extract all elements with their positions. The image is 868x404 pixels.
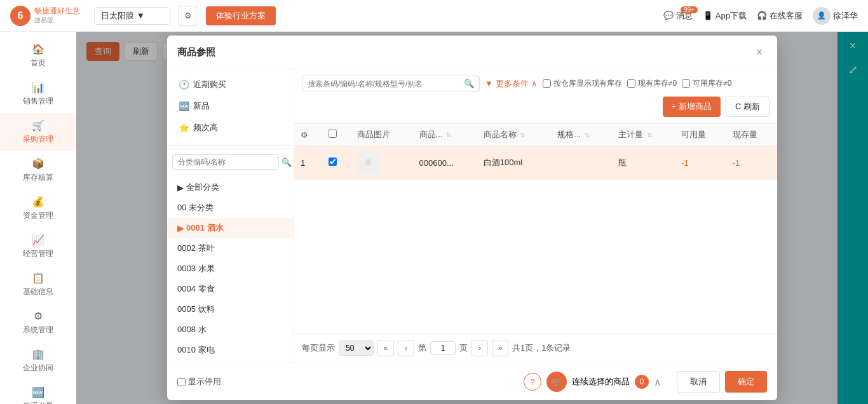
new-tab-label: 新品 bbox=[193, 100, 210, 112]
cat-arrow-0001: ▶ bbox=[177, 224, 184, 233]
category-search-input[interactable] bbox=[172, 154, 279, 170]
sidebar-item-guide[interactable]: 🆕新手引导 bbox=[0, 380, 76, 404]
purchase-icon: 🛒 bbox=[32, 119, 44, 131]
sidebar-item-basic[interactable]: 📋基础信息 bbox=[0, 266, 76, 304]
row-name-0: 白酒100ml bbox=[477, 146, 552, 180]
category-item-all[interactable]: ▶全部分类 bbox=[167, 177, 294, 198]
app-download-label: App下载 bbox=[715, 10, 747, 22]
headset-icon: 🎧 bbox=[757, 11, 767, 20]
guide-icon: 🆕 bbox=[32, 386, 44, 398]
row-checkbox-0[interactable] bbox=[329, 158, 337, 166]
nav-user[interactable]: 👤 徐泽华 bbox=[813, 7, 858, 25]
footer-right: 取消 确定 bbox=[677, 371, 767, 393]
confirm-btn[interactable]: 确定 bbox=[725, 371, 767, 393]
col-spec: 规格... ⇅ bbox=[551, 124, 612, 146]
modal-close-btn[interactable]: × bbox=[752, 44, 767, 60]
finance-icon: 💰 bbox=[32, 196, 44, 208]
modal-footer: 显示停用 ? 🛒 连续选择的商品 0 ∧ 取消 确定 bbox=[167, 363, 777, 400]
col-settings[interactable]: ⚙ bbox=[294, 124, 322, 146]
cat-arrow-all: ▶ bbox=[177, 183, 184, 192]
checkbox-stock-input[interactable] bbox=[627, 79, 635, 88]
navbar: 6 畅捷通好生意 捷易版 日太阳膜 ▼ ⚙ 体验行业方案 💬 消息 99+ 📱 … bbox=[0, 0, 868, 32]
system-icon: ⚙ bbox=[34, 310, 43, 322]
row-check-0[interactable] bbox=[322, 146, 351, 180]
prev-page-btn[interactable]: ‹ bbox=[398, 340, 414, 356]
sidebar-item-purchase[interactable]: 🛒采购管理 bbox=[0, 113, 76, 151]
user-name: 徐泽华 bbox=[833, 10, 858, 22]
sidebar-item-enterprise[interactable]: 🏢企业协同 bbox=[0, 342, 76, 380]
store-selector[interactable]: 日太阳膜 ▼ bbox=[94, 7, 170, 25]
page-size-select[interactable]: 50 20 100 bbox=[339, 340, 374, 356]
category-item-0010[interactable]: 0010 家电 bbox=[167, 340, 294, 360]
category-item-0003[interactable]: 0003 水果 bbox=[167, 259, 294, 279]
last-page-btn[interactable]: » bbox=[492, 340, 508, 356]
checkbox-warehouse-input[interactable] bbox=[543, 79, 551, 88]
cancel-btn[interactable]: 取消 bbox=[677, 371, 720, 393]
cat-label-0004: 0004 零食 bbox=[177, 283, 215, 295]
show-disabled-checkbox[interactable]: 显示停用 bbox=[177, 376, 221, 387]
checkbox-available-nonzero[interactable]: 可用库存≠0 bbox=[682, 78, 731, 89]
sidebar-item-system[interactable]: ⚙系统管理 bbox=[0, 304, 76, 342]
category-item-0005[interactable]: 0005 饮料 bbox=[167, 299, 294, 320]
category-list: ▶全部分类00 未分类▶0001 酒水0002 茶叶0003 水果0004 零食… bbox=[167, 175, 294, 363]
filter-btn[interactable]: ▼ 更多条件 ∧ bbox=[485, 78, 538, 90]
checkbox-stock-nonzero[interactable]: 现有库存≠0 bbox=[627, 78, 677, 89]
show-disabled-input[interactable] bbox=[177, 378, 186, 386]
frequent-tab-label: 频次高 bbox=[193, 122, 218, 133]
settings-icon[interactable]: ⚙ bbox=[178, 6, 198, 26]
pagination: 每页显示 50 20 100 « ‹ 第 页 › bbox=[294, 333, 777, 363]
left-tab-frequent[interactable]: ⭐频次高 bbox=[172, 118, 288, 138]
phone-icon: 📱 bbox=[703, 11, 713, 20]
category-item-0002[interactable]: 0002 茶叶 bbox=[167, 238, 294, 259]
refresh-table-btn[interactable]: C 刷新 bbox=[726, 97, 770, 117]
category-search-icon[interactable]: 🔍 bbox=[281, 158, 292, 167]
sidebar-item-inventory[interactable]: 📦库存核算 bbox=[0, 151, 76, 189]
nav-online-service[interactable]: 🎧 在线客服 bbox=[757, 10, 803, 22]
category-item-0001[interactable]: ▶0001 酒水 bbox=[167, 218, 294, 238]
col-name: 商品名称 ⇅ bbox=[477, 124, 552, 146]
nav-app-download[interactable]: 📱 App下载 bbox=[703, 10, 747, 22]
col-code: 商品... ⇅ bbox=[413, 124, 477, 146]
table-row[interactable]: 1 图 000600... 白酒100ml 瓶 -1 -1 bbox=[294, 146, 777, 180]
page-number-input[interactable] bbox=[430, 341, 456, 355]
filter-icon: ▼ bbox=[485, 79, 493, 88]
first-page-btn[interactable]: « bbox=[377, 340, 394, 356]
new-tab-icon: 🆕 bbox=[179, 101, 189, 111]
next-page-btn[interactable]: › bbox=[471, 340, 488, 356]
nav-message[interactable]: 💬 消息 99+ bbox=[663, 10, 693, 22]
add-product-btn[interactable]: + 新增商品 bbox=[663, 97, 721, 117]
checkbox-available-input[interactable] bbox=[682, 79, 690, 88]
trial-btn[interactable]: 体验行业方案 bbox=[206, 6, 276, 25]
sidebar-item-home[interactable]: 🏠首页 bbox=[0, 37, 76, 75]
sidebar-label-guide: 新手引导 bbox=[23, 401, 53, 404]
store-arrow-icon: ▼ bbox=[137, 11, 145, 20]
category-item-0004[interactable]: 0004 零食 bbox=[167, 279, 294, 299]
basic-icon: 📋 bbox=[32, 272, 44, 284]
sidebar-item-operation[interactable]: 📈经营管理 bbox=[0, 227, 76, 266]
sidebar-item-finance[interactable]: 💰资金管理 bbox=[0, 189, 76, 227]
left-tab-new[interactable]: 🆕新品 bbox=[172, 96, 288, 116]
sidebar-label-enterprise: 企业协同 bbox=[23, 363, 53, 374]
search-icon[interactable]: 🔍 bbox=[464, 79, 474, 88]
left-panel: 🕐近期购买🆕新品⭐频次高 🔍 ▶全部分类00 未分类▶0001 酒水0002 茶… bbox=[167, 69, 294, 363]
help-icon[interactable]: ? bbox=[524, 373, 541, 391]
sidebar-label-system: 系统管理 bbox=[23, 325, 53, 335]
footer-collapse-icon[interactable]: ∧ bbox=[654, 376, 661, 388]
sidebar-label-sales: 销售管理 bbox=[23, 96, 53, 107]
show-disabled-label: 显示停用 bbox=[188, 376, 221, 387]
product-search-input[interactable] bbox=[308, 79, 461, 88]
category-item-00[interactable]: 00 未分类 bbox=[167, 198, 294, 218]
left-tab-recent[interactable]: 🕐近期购买 bbox=[172, 74, 288, 95]
category-item-0008[interactable]: 0008 水 bbox=[167, 320, 294, 340]
logo-icon: 6 bbox=[10, 6, 31, 26]
toolbar-right: + 新增商品 C 刷新 bbox=[663, 97, 770, 117]
cart-icon[interactable]: 🛒 bbox=[546, 372, 567, 392]
content-area: 查询 刷新 设置 × ⤢ 商品参照 × bbox=[76, 32, 868, 404]
select-all-checkbox[interactable] bbox=[329, 130, 337, 138]
checkbox-warehouse[interactable]: 按仓库显示现有库存 bbox=[543, 78, 622, 89]
modal-header: 商品参照 × bbox=[167, 36, 777, 69]
recent-tab-label: 近期购买 bbox=[193, 79, 226, 90]
sidebar-item-sales[interactable]: 📊销售管理 bbox=[0, 75, 76, 113]
message-badge: 99+ bbox=[681, 6, 698, 13]
row-seq-0: 1 bbox=[294, 146, 322, 180]
